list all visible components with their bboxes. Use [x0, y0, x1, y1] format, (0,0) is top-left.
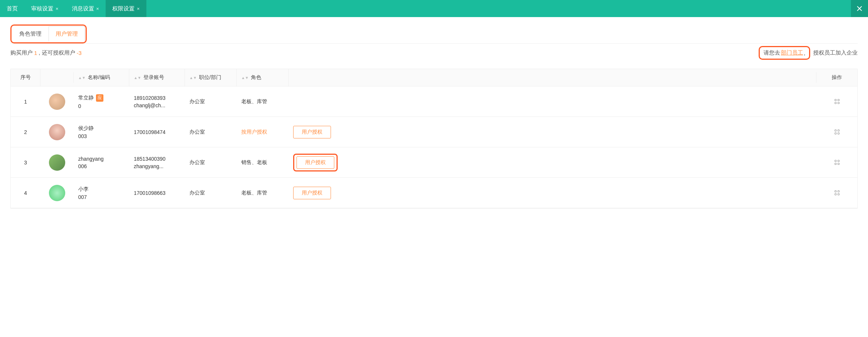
navtab-label: 审核设置	[31, 5, 53, 12]
cell-auth	[289, 96, 816, 107]
cell-auth: 用户授权	[289, 148, 816, 177]
hint-text: 请您去	[763, 49, 780, 56]
cell-ops	[816, 124, 857, 140]
navtab-label: 消息设置	[72, 5, 94, 12]
cell-avatar	[40, 119, 74, 145]
purchased-count: 1	[34, 50, 37, 56]
login-phone: 17001098474	[134, 129, 166, 135]
table-row: 3zhangyang00618513400390zhangyang...办公室销…	[11, 147, 857, 178]
col-position[interactable]: ▲▼职位/部门	[185, 69, 237, 86]
cell-login: 17001098663	[129, 185, 185, 201]
cell-position: 办公室	[185, 184, 237, 202]
cell-name: 小李007	[74, 181, 129, 205]
avatar	[49, 124, 65, 140]
cell-seq: 2	[11, 124, 40, 140]
sort-icon[interactable]: ▲▼	[241, 76, 249, 79]
user-code: 0	[78, 103, 103, 109]
sort-icon[interactable]: ▲▼	[189, 76, 197, 79]
table-row: 1常立静应018910208393changlj@ch...办公室老板、库管	[11, 86, 857, 117]
user-name: 小李	[78, 186, 89, 193]
cell-position: 办公室	[185, 93, 237, 110]
close-icon	[856, 5, 863, 12]
dept-staff-link[interactable]: 部门员工	[781, 49, 803, 56]
login-phone: 17001098663	[134, 190, 166, 196]
info-row: 购买用户 1 , 还可授权用户 -3 请您去 部门员工 , 授权员工加入企业	[10, 46, 858, 60]
cell-avatar	[40, 149, 74, 176]
table-row: 4小李00717001098663办公室老板、库管用户授权	[11, 178, 857, 208]
subtabs-frame: 角色管理用户管理	[10, 24, 87, 43]
highlight-frame: 用户授权	[293, 154, 338, 171]
col-login[interactable]: ▲▼登录账号	[129, 69, 185, 86]
cell-position: 办公室	[185, 124, 237, 141]
cell-ops	[816, 185, 857, 200]
login-phone: 18513400390	[134, 156, 166, 162]
subtab-user-manage[interactable]: 用户管理	[49, 26, 85, 42]
cell-position: 办公室	[185, 154, 237, 171]
login-email: zhangyang...	[134, 163, 166, 169]
cell-avatar	[40, 88, 74, 115]
navtab-label: 首页	[7, 5, 18, 12]
login-email: changlj@ch...	[134, 102, 166, 108]
info-text: , 还可授权用户	[39, 49, 75, 56]
cell-seq: 3	[11, 154, 40, 171]
close-all-tabs-button[interactable]	[851, 0, 868, 17]
user-code: 003	[78, 133, 94, 139]
hint-frame: 请您去 部门员工 ,	[759, 46, 810, 60]
navtab-2[interactable]: 消息设置×	[65, 0, 106, 17]
avatar	[49, 185, 65, 201]
cell-role: 老板、库管	[237, 93, 289, 110]
cell-seq: 1	[11, 94, 40, 110]
col-auth	[289, 72, 816, 83]
user-code: 007	[78, 194, 89, 200]
cell-auth: 用户授权	[289, 121, 816, 144]
subtab-role-manage[interactable]: 角色管理	[12, 26, 49, 42]
top-nav: 首页审核设置×消息设置×权限设置×	[0, 0, 868, 17]
navtab-3[interactable]: 权限设置×	[106, 0, 146, 17]
hint-comma: ,	[804, 50, 805, 56]
authorize-user-button[interactable]: 用户授权	[293, 187, 331, 199]
authorize-user-button[interactable]: 用户授权	[293, 126, 331, 138]
cell-role: 老板、库管	[237, 184, 289, 202]
login-phone: 18910208393	[134, 95, 166, 101]
cell-avatar	[40, 180, 74, 206]
avatar	[49, 154, 65, 171]
cell-name: 常立静应0	[74, 89, 129, 114]
close-icon[interactable]: ×	[96, 6, 99, 12]
cell-ops	[816, 94, 857, 109]
more-actions-icon[interactable]	[835, 99, 839, 104]
cell-auth: 用户授权	[289, 181, 816, 205]
col-role[interactable]: ▲▼角色	[237, 69, 289, 86]
navtab-1[interactable]: 审核设置×	[24, 0, 65, 17]
more-actions-icon[interactable]	[835, 160, 839, 165]
avatar	[49, 94, 65, 110]
authorize-user-button[interactable]: 用户授权	[296, 156, 334, 169]
hint-text-after: 授权员工加入企业	[813, 49, 858, 56]
remain-count: -3	[77, 50, 82, 56]
users-table: 序号 ▲▼名称/编码 ▲▼登录账号 ▲▼职位/部门 ▲▼角色 操作 1常立静应0…	[10, 69, 858, 209]
user-name: 侯少静	[78, 125, 94, 132]
close-icon[interactable]: ×	[56, 6, 59, 12]
more-actions-icon[interactable]	[835, 130, 839, 134]
close-icon[interactable]: ×	[137, 6, 140, 12]
info-text: 购买用户	[10, 49, 33, 56]
user-code: 006	[78, 163, 104, 169]
sort-icon[interactable]: ▲▼	[78, 76, 86, 79]
app-badge: 应	[96, 94, 103, 102]
user-name: 常立静	[78, 95, 94, 101]
col-name[interactable]: ▲▼名称/编码	[74, 69, 129, 86]
table-header: 序号 ▲▼名称/编码 ▲▼登录账号 ▲▼职位/部门 ▲▼角色 操作	[11, 69, 857, 86]
col-avatar	[40, 72, 74, 83]
cell-role: 销售、老板	[237, 154, 289, 171]
cell-name: 侯少静003	[74, 120, 129, 144]
col-seq[interactable]: 序号	[11, 69, 40, 86]
cell-name: zhangyang006	[74, 151, 129, 174]
sort-icon[interactable]: ▲▼	[134, 76, 141, 79]
navtab-0[interactable]: 首页	[0, 0, 24, 17]
user-name: zhangyang	[78, 156, 104, 162]
cell-role: 按用户授权	[237, 124, 289, 141]
cell-login: 18910208393changlj@ch...	[129, 90, 185, 114]
navtab-label: 权限设置	[112, 5, 135, 12]
more-actions-icon[interactable]	[835, 190, 839, 195]
col-ops: 操作	[816, 69, 857, 86]
cell-ops	[816, 155, 857, 170]
